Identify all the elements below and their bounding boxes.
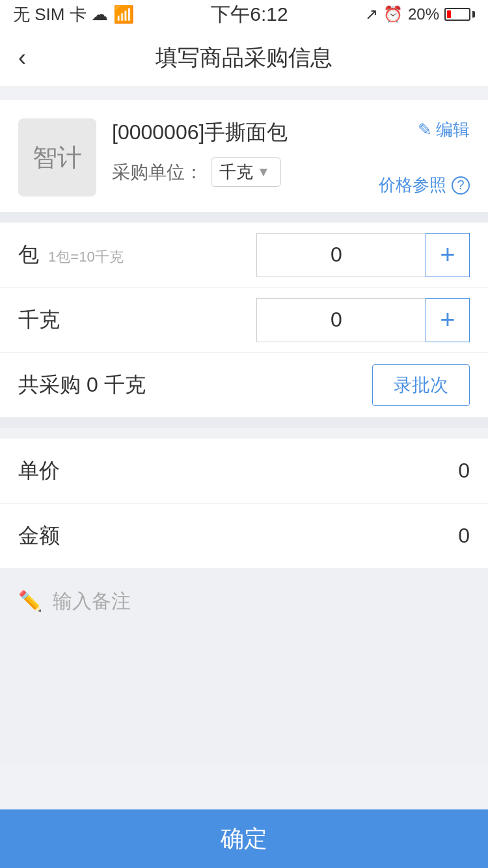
notes-section[interactable]: ✏️ 输入备注	[0, 569, 488, 764]
kg-controls: +	[96, 298, 470, 342]
help-icon: ?	[452, 176, 470, 195]
unit-value: 千克	[219, 161, 253, 183]
summary-row: 共采购 0 千克 录批次	[0, 353, 488, 418]
amount-value: 0	[458, 524, 470, 548]
bao-label: 包 1包=10千克	[18, 241, 124, 269]
bao-sub-label: 1包=10千克	[44, 249, 124, 265]
price-ref-button[interactable]: 价格参照 ?	[379, 174, 470, 197]
kg-label: 千克	[18, 306, 96, 334]
status-left: 无 SIM 卡 ☁ 📶	[13, 3, 134, 26]
location-icon: ↗	[365, 5, 378, 23]
product-card: 智计 [0000006]手撕面包 采购单位： 千克 ▼ ✎ 编辑 价格参照 ?	[0, 100, 488, 212]
product-image: 智计	[18, 118, 96, 197]
product-name: [0000006]手撕面包	[112, 118, 470, 147]
bao-input[interactable]	[256, 233, 426, 277]
wifi-icon: 📶	[113, 5, 134, 25]
alarm-icon: ⏰	[383, 5, 403, 23]
status-bar: 无 SIM 卡 ☁ 📶 下午6:12 ↗ ⏰ 20%	[0, 0, 488, 29]
kg-plus-button[interactable]: +	[426, 298, 470, 342]
pencil-icon: ✏️	[18, 590, 42, 612]
bao-controls: +	[124, 233, 470, 277]
unit-dropdown-icon: ▼	[257, 165, 270, 180]
input-section: 包 1包=10千克 + 千克 + 共采购 0 千克 录批次	[0, 223, 488, 418]
unit-label: 采购单位：	[112, 160, 203, 185]
section-divider-2	[0, 418, 488, 428]
summary-text: 共采购 0 千克	[18, 371, 146, 400]
bao-row: 包 1包=10千克 +	[0, 223, 488, 288]
kg-row: 千克 +	[0, 288, 488, 353]
price-ref-label: 价格参照	[379, 174, 446, 197]
edit-button[interactable]: ✎ 编辑	[418, 118, 470, 141]
unit-price-label: 单价	[18, 457, 60, 485]
unit-select[interactable]: 千克 ▼	[211, 157, 281, 187]
edit-label: 编辑	[436, 118, 470, 141]
bao-plus-button[interactable]: +	[426, 233, 470, 277]
battery-percent: 20%	[408, 5, 439, 23]
kg-input[interactable]	[256, 298, 426, 342]
price-section: 单价 0 金额 0	[0, 439, 488, 569]
sim-status: 无 SIM 卡 ☁	[13, 3, 108, 26]
nav-title: 填写商品采购信息	[156, 43, 332, 73]
edit-icon: ✎	[418, 120, 432, 140]
status-time: 下午6:12	[211, 1, 288, 28]
confirm-button[interactable]: 确定	[0, 809, 488, 868]
section-divider-1	[0, 212, 488, 223]
battery-icon	[444, 8, 475, 21]
nav-bar: ‹ 填写商品采购信息	[0, 29, 488, 87]
record-batch-button[interactable]: 录批次	[372, 364, 470, 406]
product-logo: 智计	[33, 141, 82, 174]
unit-price-row: 单价 0	[0, 439, 488, 504]
unit-price-value: 0	[458, 459, 470, 483]
back-button[interactable]: ‹	[18, 44, 26, 72]
amount-row: 金额 0	[0, 504, 488, 569]
confirm-button-label: 确定	[221, 823, 267, 855]
amount-label: 金额	[18, 522, 60, 550]
notes-placeholder: 输入备注	[53, 588, 131, 615]
status-right: ↗ ⏰ 20%	[365, 5, 475, 23]
